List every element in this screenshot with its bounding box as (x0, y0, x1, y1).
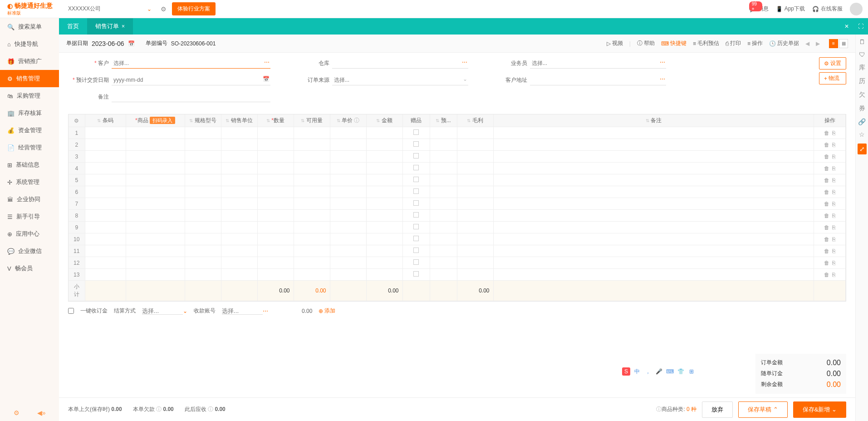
cell[interactable] (185, 222, 221, 233)
next-icon[interactable]: ▶ (816, 40, 820, 47)
help-icon[interactable]: ⓘ (156, 406, 162, 412)
cell[interactable] (366, 233, 402, 245)
cell[interactable] (330, 233, 366, 245)
cell[interactable] (493, 245, 814, 257)
delete-icon[interactable]: 🗑 (824, 165, 829, 172)
cell[interactable] (126, 245, 185, 257)
cell[interactable] (221, 210, 257, 222)
table-row[interactable]: 7🗑⎘ (69, 198, 846, 210)
table-row[interactable]: 3🗑⎘ (69, 151, 846, 163)
cell[interactable] (85, 198, 126, 210)
profit-est-link[interactable]: ≡毛利预估 (693, 40, 719, 47)
rail-icon-2[interactable]: 🛡 (859, 51, 865, 58)
ime-punct-icon[interactable]: ， (644, 367, 652, 376)
gift-checkbox[interactable] (413, 271, 419, 277)
add-button[interactable]: ⊕添加 (319, 307, 335, 315)
cell[interactable] (126, 151, 185, 163)
table-row[interactable]: 11🗑⎘ (69, 245, 846, 257)
cell[interactable] (185, 151, 221, 163)
cell[interactable] (126, 127, 185, 139)
onekey-checkbox[interactable] (68, 308, 74, 314)
copy-icon[interactable]: ⎘ (832, 224, 835, 231)
cell[interactable] (85, 186, 126, 198)
ime-logo-icon[interactable]: S (622, 367, 630, 376)
cell[interactable] (457, 233, 493, 245)
gift-checkbox[interactable] (413, 200, 419, 206)
cell[interactable] (257, 127, 294, 139)
cell[interactable] (457, 151, 493, 163)
cell[interactable] (85, 245, 126, 257)
cell[interactable] (185, 233, 221, 245)
cell[interactable] (221, 163, 257, 174)
customer-addr-input[interactable] (530, 75, 666, 85)
table-row[interactable]: 9🗑⎘ (69, 222, 846, 233)
cell[interactable] (185, 210, 221, 222)
chevron-down-icon[interactable]: ⌄ (463, 76, 467, 82)
gear-icon[interactable]: ⚙ (74, 118, 79, 124)
cell[interactable] (221, 139, 257, 151)
ime-keyboard-icon[interactable]: ⌨ (666, 367, 674, 376)
cell[interactable] (330, 269, 366, 281)
col-条码[interactable]: ⇅ 条码 (85, 114, 126, 127)
sidebar-item-应用中心[interactable]: ⊕应用中心 (0, 225, 59, 243)
cell[interactable] (294, 174, 330, 186)
scan-button[interactable]: 扫码录入 (150, 117, 175, 124)
cell[interactable] (457, 222, 493, 233)
copy-icon[interactable]: ⎘ (832, 142, 835, 148)
cell[interactable] (294, 163, 330, 174)
col-数量[interactable]: ⇅ *数量 (257, 114, 294, 127)
gear-icon[interactable]: ⚙ (161, 5, 167, 13)
delete-icon[interactable]: 🗑 (824, 272, 829, 278)
cell[interactable] (85, 210, 126, 222)
chevron-down-icon[interactable]: ⌄ (183, 308, 187, 314)
cell[interactable] (457, 269, 493, 281)
table-row[interactable]: 4🗑⎘ (69, 163, 846, 174)
cell[interactable] (126, 174, 185, 186)
cell[interactable] (493, 269, 814, 281)
cell[interactable] (294, 257, 330, 269)
avatar[interactable] (850, 3, 863, 15)
col-毛利[interactable]: ⇅ 毛利 (457, 114, 493, 127)
trial-button[interactable]: 体验行业方案 (172, 2, 216, 15)
copy-icon[interactable]: ⎘ (832, 165, 835, 172)
online-service-button[interactable]: 🎧在线客服 (812, 5, 843, 13)
cell[interactable] (257, 222, 294, 233)
rail-icon-1[interactable]: 🗒 (859, 38, 865, 45)
delete-icon[interactable]: 🗑 (824, 224, 829, 231)
cell[interactable] (366, 245, 402, 257)
cell[interactable] (366, 174, 402, 186)
remark-input[interactable] (112, 92, 270, 102)
copy-icon[interactable]: ⎘ (832, 248, 835, 254)
ime-skin-icon[interactable]: 👕 (677, 367, 685, 376)
cell[interactable] (257, 151, 294, 163)
view-list-icon[interactable]: ≡ (829, 39, 838, 48)
delete-icon[interactable]: 🗑 (824, 154, 829, 160)
cell[interactable] (221, 127, 257, 139)
copy-icon[interactable]: ⎘ (832, 130, 835, 136)
more-icon[interactable]: ⋯ (462, 59, 467, 65)
cell[interactable] (330, 174, 366, 186)
copy-icon[interactable]: ⎘ (832, 272, 835, 278)
cell[interactable] (457, 163, 493, 174)
rail-icon-3[interactable]: 库 (859, 64, 865, 72)
cell[interactable] (126, 186, 185, 198)
col-商品[interactable]: *商品 扫码录入 (126, 114, 185, 127)
col-[interactable]: ⚙ (69, 114, 85, 127)
help-icon[interactable]: ⓘ (656, 406, 662, 412)
tab-expand-icon[interactable]: ⛶ (853, 23, 868, 30)
col-金额[interactable]: ⇅ 金额 (366, 114, 402, 127)
table-row[interactable]: 12🗑⎘ (69, 257, 846, 269)
delete-icon[interactable]: 🗑 (824, 189, 829, 195)
cell[interactable] (493, 210, 814, 222)
rail-icon-5[interactable]: 欠 (859, 91, 865, 99)
delete-icon[interactable]: 🗑 (824, 177, 829, 183)
cell[interactable] (457, 139, 493, 151)
gift-checkbox[interactable] (413, 236, 419, 241)
warehouse-input[interactable] (332, 58, 468, 69)
delete-icon[interactable]: 🗑 (824, 260, 829, 266)
cell[interactable] (85, 257, 126, 269)
delete-icon[interactable]: 🗑 (824, 130, 829, 136)
settings-icon[interactable]: ⚙ (14, 409, 20, 416)
cell[interactable] (493, 186, 814, 198)
cell[interactable] (330, 245, 366, 257)
